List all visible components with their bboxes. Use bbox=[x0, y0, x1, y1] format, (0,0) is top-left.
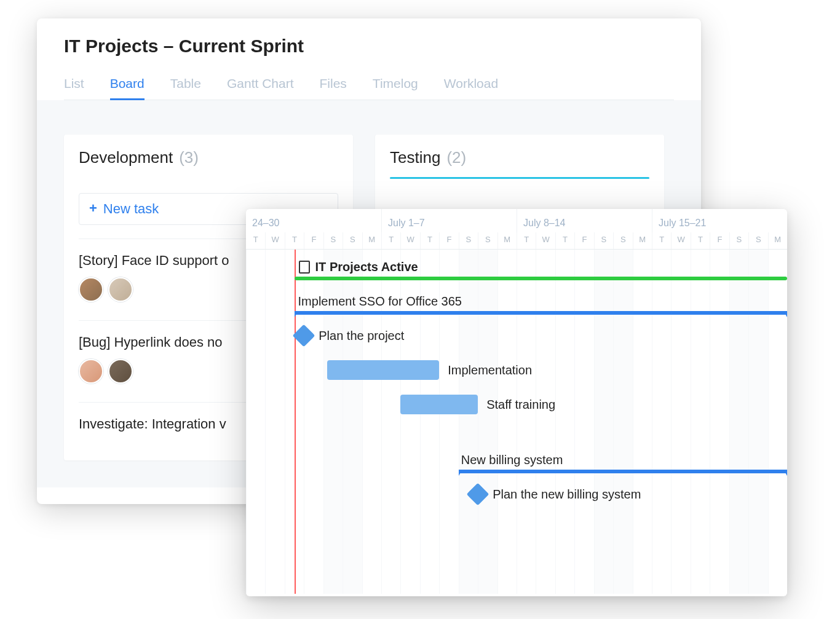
gantt-day: F bbox=[304, 232, 323, 249]
gantt-day: T bbox=[691, 232, 710, 249]
new-task-label: New task bbox=[103, 201, 159, 217]
gantt-day: T bbox=[246, 232, 265, 249]
gantt-week: July 8–14 bbox=[517, 209, 652, 232]
gantt-day-row: TWTFSSMTWTFSSMTWTFSSMTWTFSSM bbox=[246, 232, 787, 249]
board-header: IT Projects – Current Sprint List Board … bbox=[37, 18, 701, 100]
column-header: Development (3) bbox=[79, 148, 338, 167]
gantt-milestone-label: Plan the new billing system bbox=[493, 487, 641, 502]
gantt-day: S bbox=[343, 232, 362, 249]
page-title: IT Projects – Current Sprint bbox=[64, 36, 674, 57]
column-count: (3) bbox=[179, 148, 199, 167]
gantt-project-label: IT Projects Active bbox=[315, 260, 418, 274]
gantt-row-summary[interactable]: New billing system bbox=[246, 443, 787, 477]
gantt-day: T bbox=[381, 232, 400, 249]
gantt-week: July 1–7 bbox=[381, 209, 517, 232]
gantt-summary-bar[interactable] bbox=[459, 470, 787, 473]
tab-workload[interactable]: Workload bbox=[444, 76, 498, 100]
gantt-panel: 24–30 July 1–7 July 8–14 July 15–21 TWTF… bbox=[246, 209, 787, 596]
gantt-row-spacer bbox=[246, 422, 787, 443]
gantt-summary-label: Implement SSO for Office 365 bbox=[298, 294, 462, 309]
gantt-day: S bbox=[729, 232, 748, 249]
gantt-day: W bbox=[265, 232, 284, 249]
gantt-day: T bbox=[555, 232, 574, 249]
gantt-day: S bbox=[613, 232, 632, 249]
tab-board[interactable]: Board bbox=[110, 76, 145, 100]
gantt-day: S bbox=[459, 232, 478, 249]
column-title: Development bbox=[79, 148, 173, 167]
gantt-milestone-label: Plan the project bbox=[319, 329, 404, 343]
plus-icon: + bbox=[89, 202, 97, 215]
gantt-day: W bbox=[400, 232, 419, 249]
milestone-icon[interactable] bbox=[293, 325, 315, 347]
gantt-row-milestone[interactable]: Plan the new billing system bbox=[246, 477, 787, 511]
gantt-day: T bbox=[652, 232, 671, 249]
gantt-task-bar[interactable] bbox=[327, 360, 439, 380]
tab-timelog[interactable]: Timelog bbox=[373, 76, 418, 100]
milestone-icon[interactable] bbox=[467, 483, 489, 506]
gantt-day: M bbox=[362, 232, 381, 249]
column-accent bbox=[390, 177, 649, 179]
avatar[interactable] bbox=[79, 359, 103, 384]
avatar[interactable] bbox=[79, 277, 103, 302]
gantt-row-task[interactable]: Implementation bbox=[246, 353, 787, 387]
avatar[interactable] bbox=[108, 359, 133, 384]
gantt-week: July 15–21 bbox=[652, 209, 787, 232]
gantt-body[interactable]: IT Projects Active Implement SSO for Off… bbox=[246, 250, 787, 594]
view-tabs: List Board Table Gantt Chart Files Timel… bbox=[64, 76, 674, 100]
column-header: Testing (2) bbox=[390, 148, 649, 167]
gantt-task-bar[interactable] bbox=[400, 395, 478, 414]
gantt-row-task[interactable]: Staff training bbox=[246, 387, 787, 422]
gantt-header: 24–30 July 1–7 July 8–14 July 15–21 TWTF… bbox=[246, 209, 787, 250]
gantt-day: S bbox=[478, 232, 497, 249]
tab-list[interactable]: List bbox=[64, 76, 84, 100]
gantt-day: S bbox=[323, 232, 343, 249]
gantt-day: T bbox=[517, 232, 536, 249]
avatar[interactable] bbox=[108, 277, 133, 302]
gantt-row-milestone[interactable]: Plan the project bbox=[246, 318, 787, 353]
gantt-day: S bbox=[594, 232, 613, 249]
tab-files[interactable]: Files bbox=[320, 76, 347, 100]
gantt-day: W bbox=[671, 232, 690, 249]
tab-gantt[interactable]: Gantt Chart bbox=[227, 76, 294, 100]
gantt-day: F bbox=[710, 232, 729, 249]
gantt-day: F bbox=[439, 232, 458, 249]
gantt-summary-bar[interactable] bbox=[295, 311, 787, 315]
gantt-day: W bbox=[536, 232, 555, 249]
column-title: Testing bbox=[390, 148, 440, 167]
gantt-day: M bbox=[633, 232, 652, 249]
gantt-day: F bbox=[574, 232, 593, 249]
tab-table[interactable]: Table bbox=[170, 76, 201, 100]
gantt-day: T bbox=[285, 232, 304, 249]
gantt-project-bar[interactable] bbox=[295, 277, 787, 280]
gantt-day: T bbox=[420, 232, 439, 249]
gantt-day: M bbox=[768, 232, 787, 249]
gantt-task-label: Staff training bbox=[486, 398, 555, 412]
column-count: (2) bbox=[446, 148, 466, 167]
gantt-week: 24–30 bbox=[246, 209, 381, 232]
gantt-row-project[interactable]: IT Projects Active bbox=[246, 250, 787, 284]
gantt-task-label: Implementation bbox=[448, 363, 532, 377]
clipboard-icon bbox=[298, 261, 311, 273]
gantt-summary-label: New billing system bbox=[461, 453, 563, 467]
gantt-week-row: 24–30 July 1–7 July 8–14 July 15–21 bbox=[246, 209, 787, 232]
gantt-day: S bbox=[748, 232, 767, 249]
gantt-day: M bbox=[497, 232, 517, 249]
gantt-row-summary[interactable]: Implement SSO for Office 365 bbox=[246, 284, 787, 318]
